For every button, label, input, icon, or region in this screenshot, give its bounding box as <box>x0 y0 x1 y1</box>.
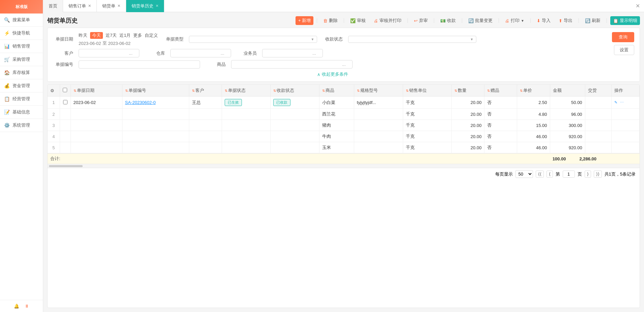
shortcut-today[interactable]: 今天 <box>90 32 103 39</box>
close-all-button[interactable]: ✕ <box>632 3 644 9</box>
setting-button[interactable]: 设置 <box>614 45 634 55</box>
sidebar-item-search[interactable]: 🔍 搜索菜单 <box>0 14 43 27</box>
prev-page-button[interactable]: ⟨ <box>547 171 553 178</box>
row-checkbox-cell[interactable] <box>60 131 71 142</box>
import-button[interactable]: ⬇ 导入 <box>534 16 553 25</box>
sidebar-item-sales[interactable]: 📊 销售管理 <box>0 40 43 53</box>
print-icon: 🖨 <box>505 18 509 23</box>
row-checkbox-cell[interactable] <box>60 142 71 153</box>
shortcut-7days[interactable]: 近7天 <box>106 32 117 38</box>
batch-change-button[interactable]: 🔄 批量变更 <box>466 16 495 25</box>
staff-input[interactable] <box>265 51 312 56</box>
select-all-checkbox[interactable] <box>63 88 67 92</box>
row-num-cell: 4 <box>48 131 60 142</box>
col-num[interactable]: ⇅单据编号 <box>122 85 189 97</box>
row-spec-cell <box>354 142 403 153</box>
col-unit[interactable]: ⇅销售单位 <box>403 85 452 97</box>
goods-input[interactable] <box>234 62 342 67</box>
tab-sales-history-close[interactable]: ✕ <box>156 4 159 8</box>
page-size-select[interactable]: 20 50 100 <box>515 170 533 178</box>
row-spec-cell <box>354 109 403 120</box>
display-button[interactable]: 📋 显示明细 <box>610 16 640 25</box>
col-price[interactable]: ⇅单价 <box>517 85 550 97</box>
sidebar-item-finance[interactable]: 💰 资金管理 <box>0 79 43 93</box>
row-goods-cell: 玉米 <box>319 142 354 153</box>
warehouse-input[interactable] <box>173 51 221 56</box>
goods-label: 商品 <box>205 61 226 68</box>
doc-num-label: 单据编号 <box>53 61 73 68</box>
row-customer-cell <box>189 142 222 153</box>
collect-icon: 💵 <box>440 18 446 23</box>
collapse-button[interactable]: ∧ 收起更多条件 <box>53 71 612 77</box>
col-date[interactable]: ⇅单据日期 <box>71 85 122 97</box>
horizontal-scrollbar[interactable] <box>48 164 640 168</box>
row-checkbox[interactable] <box>63 100 67 104</box>
customer-input[interactable] <box>82 51 129 56</box>
sidebar-bottom-icon2[interactable]: ⏸ <box>25 304 29 309</box>
doc-type-select[interactable]: ▼ <box>189 36 317 43</box>
collect-button[interactable]: 💵 收款 <box>438 16 458 25</box>
toolbar-divider9 <box>607 18 607 23</box>
sidebar-bottom-icon1[interactable]: 🔔 <box>14 304 19 309</box>
review-print-button[interactable]: 🖨 审核并打印 <box>371 16 404 25</box>
sidebar-label-purchase: 采购管理 <box>12 56 30 62</box>
sidebar-item-purchase[interactable]: 🛒 采购管理 <box>0 53 43 66</box>
first-page-button[interactable]: ⟨⟨ <box>536 171 544 178</box>
shortcut-1month[interactable]: 近1月 <box>119 32 131 38</box>
sidebar-item-basic[interactable]: 📝 基础信息 <box>0 106 43 119</box>
edit-action-button[interactable]: ✎ <box>614 100 617 105</box>
tab-sales-delivery-close[interactable]: ✕ <box>117 4 120 8</box>
delete-button[interactable]: 🗑 删除 <box>320 16 340 25</box>
sort-unit-icon: ⇅ <box>406 89 409 93</box>
last-page-button[interactable]: ⟩⟩ <box>594 171 602 178</box>
tab-sales-order-close[interactable]: ✕ <box>88 4 91 8</box>
warehouse-label: 仓库 <box>145 50 165 56</box>
sort-qty-icon: ⇅ <box>454 89 457 93</box>
sidebar-item-operations[interactable]: 📋 经营管理 <box>0 93 43 106</box>
more-action-button[interactable]: ⋯ <box>620 100 624 105</box>
sidebar-item-inventory[interactable]: 🏠 库存核算 <box>0 66 43 79</box>
row-trade-cell <box>585 131 612 142</box>
doc-num-link[interactable]: SA-20230602-0 <box>125 100 156 105</box>
tab-sales-order[interactable]: 销售订单 ✕ <box>63 0 97 12</box>
col-goods[interactable]: ⇅商品 <box>319 85 354 97</box>
shortcut-custom[interactable]: 自定义 <box>145 32 158 38</box>
col-collect-status[interactable]: ⇅收款状态 <box>271 85 319 97</box>
table-row: 1 2023-06-02 SA-20230602-0 王总 已生效 已收款 小白… <box>48 97 640 109</box>
query-button[interactable]: 查询 <box>612 32 634 42</box>
col-amount: 金额 <box>550 85 585 97</box>
new-button[interactable]: + 新增 <box>296 16 313 25</box>
collect-status-select[interactable]: ▼ <box>348 36 476 43</box>
export-button[interactable]: ⬆ 导出 <box>556 16 575 25</box>
refresh-button[interactable]: 🔃 刷新 <box>582 16 603 25</box>
row-checkbox-cell[interactable] <box>60 109 71 120</box>
row-checkbox-cell[interactable] <box>60 120 71 131</box>
col-gear[interactable]: ⚙ <box>48 85 60 97</box>
sidebar-item-quick[interactable]: ⚡ 快捷导航 <box>0 27 43 40</box>
shortcut-yesterday[interactable]: 昨天 <box>79 32 87 38</box>
review-button[interactable]: ✅ 审核 <box>347 16 368 25</box>
col-gift[interactable]: ⇅赠品 <box>484 85 517 97</box>
row-customer-cell: 王总 <box>189 97 222 109</box>
col-doc-status[interactable]: ⇅单据状态 <box>222 85 271 97</box>
abandon-button[interactable]: ↩ 弃审 <box>411 16 430 25</box>
sidebar-item-system[interactable]: ⚙️ 系统管理 <box>0 119 43 132</box>
page-input[interactable] <box>563 171 575 178</box>
row-collect-status-cell <box>271 131 319 142</box>
col-spec[interactable]: ⇅规格型号 <box>354 85 403 97</box>
next-page-button[interactable]: ⟩ <box>585 171 591 178</box>
customer-dots-icon[interactable]: ... <box>129 51 133 56</box>
row-checkbox-cell[interactable] <box>60 97 71 109</box>
col-qty[interactable]: ⇅数量 <box>452 85 484 97</box>
shortcut-more[interactable]: 更多 <box>133 32 142 38</box>
tab-home[interactable]: 首页 <box>43 0 63 12</box>
goods-dots-icon[interactable]: ... <box>342 62 346 67</box>
tab-sales-history[interactable]: 销货单历史 ✕ <box>126 0 164 12</box>
col-customer[interactable]: ⇅客户 <box>189 85 222 97</box>
review-print-icon: 🖨 <box>374 18 378 23</box>
warehouse-dots-icon[interactable]: ... <box>221 51 224 56</box>
print-button[interactable]: 🖨 打印 ▼ <box>502 16 527 25</box>
staff-dots-icon[interactable]: ... <box>312 51 316 56</box>
tab-sales-delivery[interactable]: 销货单 ✕ <box>97 0 126 12</box>
doc-num-input[interactable] <box>79 60 200 69</box>
